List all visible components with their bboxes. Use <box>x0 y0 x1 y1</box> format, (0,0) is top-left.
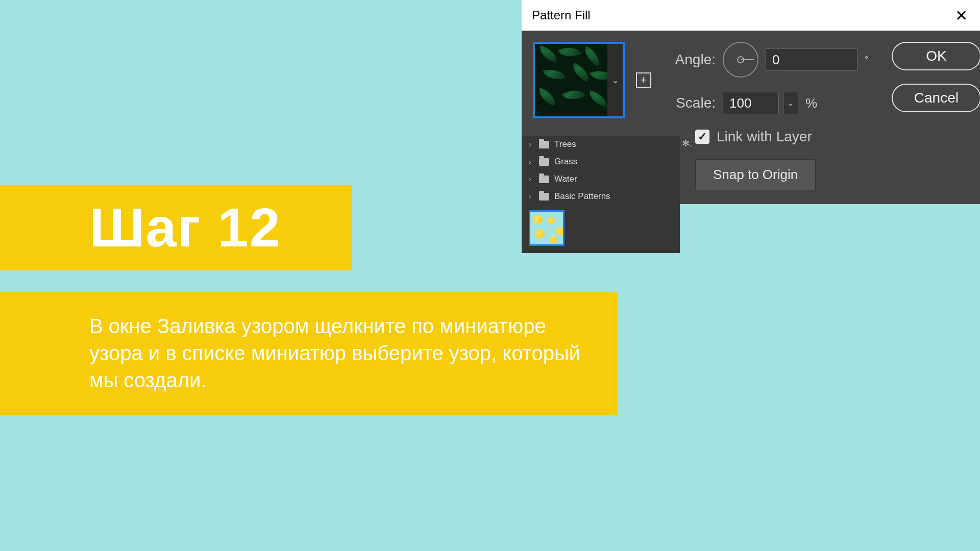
chevron-right-icon: › <box>529 175 534 183</box>
chevron-down-icon: ⌄ <box>788 99 794 107</box>
scale-dropdown[interactable]: ⌄ <box>783 92 798 114</box>
pattern-swatch-leaves <box>535 44 607 116</box>
angle-dial[interactable] <box>723 42 758 78</box>
dialog-body: ⌄ + ✻. › Trees › Grass › Wate <box>522 31 980 204</box>
folder-label: Water <box>554 174 577 184</box>
step-description: В окне Заливка узором щелкните по миниат… <box>0 292 618 415</box>
folder-trees[interactable]: › Trees <box>522 136 680 153</box>
link-row: ✓ Link with Layer <box>695 129 868 145</box>
scale-label: Scale: <box>670 95 716 111</box>
folder-icon <box>539 193 549 201</box>
chevron-down-icon: ⌄ <box>612 76 619 85</box>
close-icon[interactable]: ✕ <box>952 7 971 24</box>
folder-label: Basic Patterns <box>554 191 610 202</box>
check-icon: ✓ <box>698 130 707 143</box>
angle-input[interactable] <box>766 48 857 71</box>
folder-basic-patterns[interactable]: › Basic Patterns <box>522 188 680 205</box>
chevron-right-icon: › <box>529 158 534 166</box>
degree-symbol: ° <box>865 55 868 65</box>
pattern-fill-dialog: Pattern Fill ✕ ⌄ <box>522 0 980 204</box>
chevron-right-icon: › <box>529 140 534 148</box>
controls-column: Angle: ° Scale: ⌄ % ✓ Link with Layer Sn… <box>670 42 868 190</box>
chevron-right-icon: › <box>529 192 534 201</box>
link-checkbox[interactable]: ✓ <box>695 130 709 144</box>
cancel-button[interactable]: Cancel <box>892 84 980 112</box>
folder-label: Grass <box>554 157 577 167</box>
folder-label: Trees <box>554 139 576 149</box>
folder-icon <box>539 158 549 166</box>
add-pattern-button[interactable]: + <box>636 72 651 88</box>
folder-icon <box>539 176 549 183</box>
ok-button[interactable]: OK <box>892 42 980 70</box>
angle-label: Angle: <box>670 52 716 68</box>
link-label: Link with Layer <box>717 129 812 145</box>
step-title: Шаг 12 <box>0 185 352 270</box>
folder-water[interactable]: › Water <box>522 170 680 188</box>
pattern-thumb-lemons[interactable] <box>529 210 565 246</box>
scale-input[interactable] <box>723 92 779 114</box>
folder-grass[interactable]: › Grass <box>522 153 680 170</box>
pattern-picker: ✻. › Trees › Grass › Water › Basic Patte… <box>522 136 680 253</box>
dialog-buttons: OK Cancel <box>892 42 980 112</box>
snap-to-origin-button[interactable]: Snap to Origin <box>695 159 816 190</box>
dialog-titlebar: Pattern Fill ✕ <box>522 0 980 31</box>
angle-row: Angle: ° <box>670 42 868 78</box>
percent-symbol: % <box>805 95 817 111</box>
pattern-dropdown[interactable]: ⌄ <box>607 44 623 116</box>
folder-icon <box>539 141 549 148</box>
dialog-title: Pattern Fill <box>532 8 591 22</box>
pattern-preview[interactable]: ⌄ <box>533 42 625 118</box>
scale-row: Scale: ⌄ % <box>670 92 868 114</box>
